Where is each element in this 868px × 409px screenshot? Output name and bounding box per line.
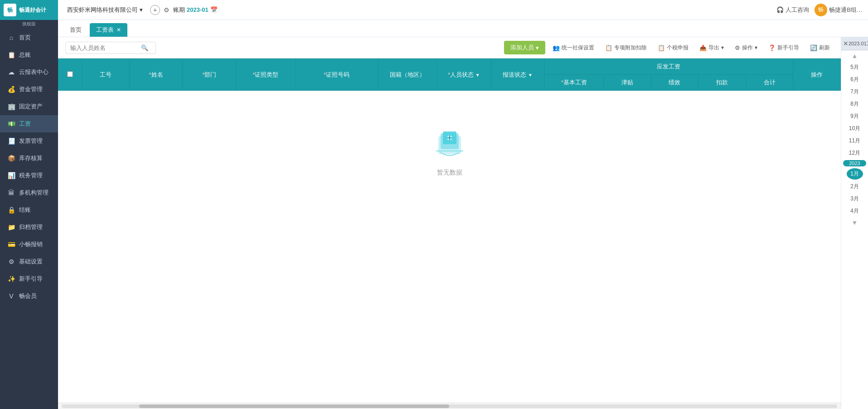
sidebar-item-cloud-report[interactable]: ☁云报表中心 <box>0 63 58 81</box>
tab-salary[interactable]: 工资表 ✕ <box>90 23 127 37</box>
sidebar-icon-guide: ✨ <box>7 275 15 282</box>
sidebar-label-tax: 税务管理 <box>19 171 43 180</box>
sidebar-item-archive[interactable]: 📁归档管理 <box>0 219 58 236</box>
month-item-2023-03[interactable]: 3月 <box>847 193 863 205</box>
month-item-2022-05[interactable]: 5月 <box>849 61 860 73</box>
month-item-2022-08[interactable]: 8月 <box>849 98 860 110</box>
user-area[interactable]: 畅 畅捷通B组… <box>815 4 863 16</box>
add-company-button[interactable]: + <box>150 5 160 15</box>
search-input[interactable] <box>70 44 138 51</box>
sidebar-item-guide[interactable]: ✨新手引导 <box>0 270 58 287</box>
sidebar-item-invoice[interactable]: 🧾发票管理 <box>0 132 58 150</box>
month-item-2022-12[interactable]: 12月 <box>849 147 860 159</box>
month-item-2022-11[interactable]: 11月 <box>849 135 860 147</box>
salary-table: 工号 *姓名 *部门 *证照类型 *证照号码 <box>58 58 841 91</box>
sidebar-item-ledger[interactable]: 📋总账 <box>0 46 58 63</box>
special-deduct-label: 专项附加扣除 <box>614 44 647 52</box>
bottom-scrollbar[interactable] <box>58 403 841 409</box>
sidebar-label-asset: 固定资产 <box>19 102 43 111</box>
sidebar-item-expense[interactable]: 💳小畅报销 <box>0 236 58 253</box>
period-label: 账期 2023-01 📅 <box>173 6 218 14</box>
headset-icon: 🎧 <box>776 6 784 13</box>
refresh-action[interactable]: 🔄 刷新 <box>806 42 834 54</box>
add-person-button[interactable]: 添加人员 ▾ <box>504 41 545 54</box>
tab-home-label: 首页 <box>70 26 82 34</box>
table-container: 工号 *姓名 *部门 *证照类型 *证照号码 <box>58 58 841 403</box>
sidebar-item-fund[interactable]: 💰资金管理 <box>0 81 58 98</box>
personal-tax-action[interactable]: 📋 个税申报 <box>654 42 692 54</box>
sidebar-label-close: 结账 <box>19 206 31 214</box>
month-item-2023-01[interactable]: 1月 <box>847 168 863 180</box>
top-header: 西安虾米网络科技有限公司 ▾ + ⚙ 账期 2023-01 📅 🎧 人工咨询 畅… <box>58 0 868 20</box>
sidebar-label-invoice: 发票管理 <box>19 137 43 145</box>
empty-icon <box>432 127 468 163</box>
refresh-label: 刷新 <box>819 44 830 52</box>
sidebar-item-tax[interactable]: 📊税务管理 <box>0 167 58 184</box>
sidebar-label-guide: 新手引导 <box>19 275 43 283</box>
th-perf: 绩效 <box>651 75 698 91</box>
month-item-2023-04[interactable]: 4月 <box>847 205 863 217</box>
sidebar-label-basic: 基础设置 <box>19 258 43 266</box>
export-icon: 📤 <box>699 44 707 51</box>
sidebar-label-multi-org: 多机构管理 <box>19 189 48 197</box>
company-selector[interactable]: 西安虾米网络科技有限公司 ▾ <box>63 4 146 16</box>
sidebar-item-inventory[interactable]: 📦库存核算 <box>0 150 58 167</box>
panel-close-icon[interactable]: ✕ <box>843 40 849 47</box>
sidebar-item-multi-org[interactable]: 🏛多机构管理 <box>0 184 58 201</box>
operations-action[interactable]: ⚙ 操作 ▾ <box>731 42 761 54</box>
sidebar-label-ledger: 总账 <box>19 51 31 59</box>
month-item-2022-09[interactable]: 9月 <box>849 110 860 122</box>
personal-tax-label: 个税申报 <box>667 44 689 52</box>
select-all-checkbox[interactable] <box>67 71 73 77</box>
sidebar-item-vip[interactable]: V畅会员 <box>0 287 58 305</box>
content-area: 🔍 添加人员 ▾ 👥 统一社保设置 📋 专项附加扣除 <box>58 37 868 409</box>
guide-action[interactable]: ❓ 新手引导 <box>765 42 803 54</box>
sidebar-label-cloud-report: 云报表中心 <box>19 68 48 76</box>
settings-icon[interactable]: ⚙ <box>164 6 170 14</box>
th-idno: *证照号码 <box>295 59 378 91</box>
sidebar-item-asset[interactable]: 🏢固定资产 <box>0 98 58 115</box>
sidebar-icon-basic: ⚙ <box>7 258 15 265</box>
sidebar-label-fund: 资金管理 <box>19 85 43 93</box>
export-action[interactable]: 📤 导出 ▾ <box>696 42 727 54</box>
export-label: 导出 <box>708 44 719 52</box>
sidebar-icon-vip: V <box>7 292 15 300</box>
th-checkbox[interactable] <box>58 59 82 91</box>
empty-state: 暂无数据 <box>58 91 841 213</box>
service-button[interactable]: 🎧 人工咨询 <box>776 6 809 14</box>
operations-icon: ⚙ <box>735 44 740 51</box>
tab-salary-close[interactable]: ✕ <box>116 27 121 33</box>
search-input-wrapper[interactable]: 🔍 <box>65 42 156 54</box>
scroll-thumb[interactable] <box>139 404 449 408</box>
sidebar-item-basic[interactable]: ⚙基础设置 <box>0 253 58 270</box>
month-item-2022-07[interactable]: 7月 <box>849 86 860 98</box>
sidebar-icon-multi-org: 🏛 <box>7 189 15 196</box>
sidebar-label-home: 首页 <box>19 34 31 42</box>
sidebar-label-vip: 畅会员 <box>19 292 37 300</box>
scroll-up-arrow[interactable]: ▲ <box>850 50 860 61</box>
guide-label: 新手引导 <box>777 44 799 52</box>
th-region: 国籍（地区） <box>378 59 436 91</box>
sidebar-item-salary[interactable]: 💵工资 <box>0 115 58 132</box>
guide-icon: ❓ <box>768 44 776 51</box>
social-security-action[interactable]: 👥 统一社保设置 <box>549 42 598 54</box>
th-report-status: 报送状态 ▼ <box>491 59 544 91</box>
scroll-track[interactable] <box>62 404 837 408</box>
logo-text: 畅通好会计 <box>19 7 46 13</box>
sidebar-item-close[interactable]: 🔒结账 <box>0 201 58 219</box>
curr-year-months: 1月2月3月4月 <box>847 167 863 217</box>
edition-label: 旗舰版 <box>0 20 58 29</box>
sidebar-item-home[interactable]: ⌂首页 <box>0 29 58 46</box>
operations-dropdown-icon: ▾ <box>755 44 757 51</box>
sidebar-label-expense: 小畅报销 <box>19 240 43 248</box>
special-deduct-icon: 📋 <box>605 44 612 51</box>
month-item-2022-10[interactable]: 10月 <box>849 122 860 135</box>
special-deduct-action[interactable]: 📋 专项附加扣除 <box>601 42 650 54</box>
calendar-icon[interactable]: 📅 <box>210 6 218 13</box>
month-item-2023-02[interactable]: 2月 <box>847 180 863 193</box>
th-deduct: 扣款 <box>698 75 746 91</box>
tab-home[interactable]: 首页 <box>63 23 88 37</box>
month-item-2022-06[interactable]: 6月 <box>849 73 860 86</box>
scroll-down-arrow[interactable]: ▼ <box>850 217 860 228</box>
th-name: *姓名 <box>129 59 183 91</box>
